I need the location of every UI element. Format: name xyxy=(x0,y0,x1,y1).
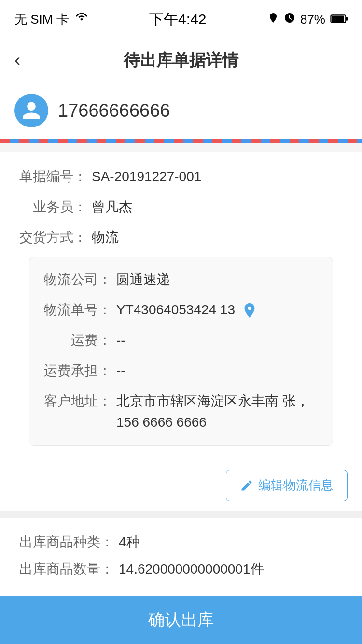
svg-rect-2 xyxy=(332,15,344,22)
nav-bar: ‹ 待出库单据详情 xyxy=(0,39,362,82)
freight-row: 运费： -- xyxy=(44,330,318,351)
goods-quantity-value: 14.620000000000001件 xyxy=(119,560,264,578)
page-title: 待出库单据详情 xyxy=(124,49,238,71)
svg-rect-1 xyxy=(346,17,348,21)
salesman-value: 曾凡杰 xyxy=(92,196,343,218)
logistics-company-row: 物流公司： 圆通速递 xyxy=(44,269,318,291)
freight-bear-row: 运费承担： -- xyxy=(44,360,318,382)
logistics-company-value: 圆通速递 xyxy=(116,269,318,291)
address-label: 客户地址： xyxy=(44,391,111,412)
freight-bear-label: 运费承担： xyxy=(44,360,111,382)
edit-logistics-button[interactable]: 编辑物流信息 xyxy=(226,470,348,501)
status-bar: 无 SIM 卡 下午4:42 87% xyxy=(0,0,362,39)
address-value: 北京市市辖区海淀区永丰南 张，156 6666 6666 xyxy=(116,391,318,434)
salesman-label: 业务员： xyxy=(19,196,87,218)
edit-icon xyxy=(240,479,253,492)
logistics-tracking-value: YT43064053424 13 xyxy=(116,299,318,321)
confirm-button-label: 确认出库 xyxy=(148,609,214,631)
order-info-section: 单据编号： SA-20191227-001 业务员： 曾凡杰 交货方式： 物流 … xyxy=(0,152,362,460)
customer-phone: 17666666666 xyxy=(58,100,170,121)
logistics-company-label: 物流公司： xyxy=(44,269,111,291)
battery-text: 87% xyxy=(300,12,325,27)
edit-logistics-row: 编辑物流信息 xyxy=(0,460,362,511)
location-status-icon xyxy=(267,12,279,27)
clock-status-icon xyxy=(284,12,295,27)
avatar xyxy=(14,94,48,127)
carrier-text: 无 SIM 卡 xyxy=(14,11,69,28)
logistics-card: 物流公司： 圆通速递 物流单号： YT43064053424 13 运费： --… xyxy=(29,257,333,446)
freight-label: 运费： xyxy=(44,330,111,351)
goods-types-value: 4种 xyxy=(119,533,140,551)
order-no-value: SA-20191227-001 xyxy=(92,166,343,188)
wifi-icon xyxy=(75,11,88,28)
phone-header: 17666666666 xyxy=(0,82,362,139)
delivery-value: 物流 xyxy=(92,227,343,249)
logistics-tracking-row: 物流单号： YT43064053424 13 xyxy=(44,299,318,321)
status-right: 87% xyxy=(267,12,348,27)
goods-quantity-label: 出库商品数量： xyxy=(19,560,114,578)
delivery-label: 交货方式： xyxy=(19,227,87,249)
order-no-label: 单据编号： xyxy=(19,166,87,188)
address-row: 客户地址： 北京市市辖区海淀区永丰南 张，156 6666 6666 xyxy=(44,391,318,434)
goods-section: 出库商品种类： 4种 出库商品数量： 14.620000000000001件 xyxy=(0,518,362,593)
status-left: 无 SIM 卡 xyxy=(14,11,88,28)
salesman-row: 业务员： 曾凡杰 xyxy=(19,196,343,218)
delivery-row: 交货方式： 物流 xyxy=(19,227,343,249)
section-divider-1 xyxy=(0,511,362,518)
dashed-divider xyxy=(0,139,362,143)
battery-icon xyxy=(330,12,348,27)
freight-value: -- xyxy=(116,330,318,351)
logistics-tracking-label: 物流单号： xyxy=(44,299,111,321)
confirm-button-bar[interactable]: 确认出库 xyxy=(0,596,362,644)
edit-logistics-label: 编辑物流信息 xyxy=(258,477,334,494)
back-button[interactable]: ‹ xyxy=(14,50,20,70)
goods-types-label: 出库商品种类： xyxy=(19,533,114,551)
goods-quantity-row: 出库商品数量： 14.620000000000001件 xyxy=(19,560,343,578)
tracking-location-icon[interactable] xyxy=(241,302,258,319)
status-time: 下午4:42 xyxy=(149,10,206,29)
goods-types-row: 出库商品种类： 4种 xyxy=(19,533,343,551)
order-no-row: 单据编号： SA-20191227-001 xyxy=(19,166,343,188)
freight-bear-value: -- xyxy=(116,360,318,382)
